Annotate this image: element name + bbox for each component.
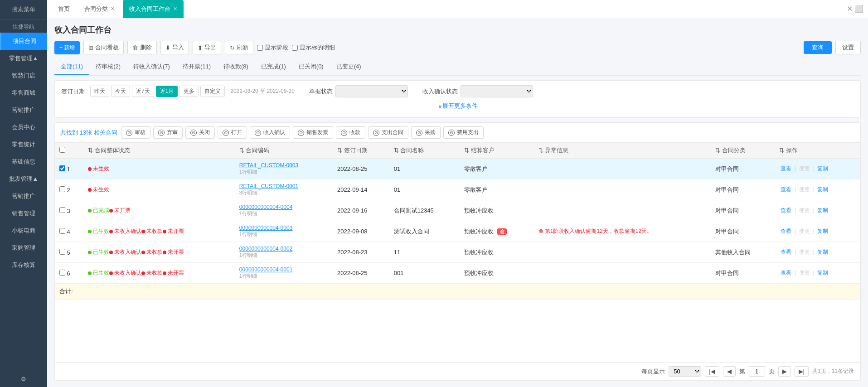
date-btn-近7天[interactable]: 近7天 bbox=[132, 86, 154, 97]
filter-tab-income-confirm[interactable]: 待收入确认(7) bbox=[127, 59, 176, 75]
op-查看[interactable]: 查看 bbox=[779, 249, 793, 255]
income-confirm-select[interactable] bbox=[461, 85, 533, 97]
op-变更[interactable]: 变更 bbox=[798, 165, 811, 172]
expand-filter-button[interactable]: ∨ 展开更多条件 bbox=[61, 99, 854, 113]
op-查看[interactable]: 查看 bbox=[779, 207, 793, 213]
sidebar-item-inventory[interactable]: 库存核算 bbox=[0, 256, 47, 274]
contract-code-link[interactable]: RETAIL_CUSTOM-0001 bbox=[239, 183, 328, 189]
delete-button[interactable]: 🗑 删除 bbox=[127, 41, 157, 54]
filter-tab-receipt[interactable]: 待收款(8) bbox=[217, 59, 255, 75]
table-scroll[interactable]: ⇅ 合同整体状态⇅ 合同编码⇅ 签订日期⇅ 合同名称⇅ 结算客户⇅ 异常信息⇅ … bbox=[55, 143, 860, 362]
tab-contract-type[interactable]: 合同分类✕ bbox=[78, 0, 121, 18]
refresh-button[interactable]: ↻ 刷新 bbox=[225, 41, 253, 54]
filter-tab-all[interactable]: 全部(11) bbox=[54, 59, 89, 75]
date-btn-更多[interactable]: 更多 bbox=[179, 86, 199, 97]
date-btn-近1月[interactable]: 近1月 bbox=[156, 86, 178, 97]
filter-tab-closed[interactable]: 已关闭(0) bbox=[292, 59, 330, 75]
sidebar-item-wholesale[interactable]: 批发管理▲ bbox=[0, 170, 47, 188]
action-采购[interactable]: ⊙采购 bbox=[411, 126, 441, 139]
last-page-button[interactable]: ▶| bbox=[795, 366, 809, 377]
import-button[interactable]: ⬇ 导入 bbox=[160, 41, 189, 54]
op-复制[interactable]: 复制 bbox=[816, 228, 829, 234]
contract-code-link[interactable]: 0000000000004-0002 bbox=[239, 246, 328, 252]
first-page-button[interactable]: |◀ bbox=[705, 366, 719, 377]
op-查看[interactable]: 查看 bbox=[779, 228, 793, 234]
show-fields-check[interactable]: 显示阶段 bbox=[257, 44, 288, 52]
sidebar-settings[interactable]: ⚙ bbox=[0, 371, 47, 387]
op-变更[interactable]: 变更 bbox=[798, 270, 811, 276]
date-btn-自定义[interactable]: 自定义 bbox=[200, 86, 225, 97]
action-审核[interactable]: ⊙审核 bbox=[121, 126, 150, 139]
action-弃审[interactable]: ⊙弃审 bbox=[153, 126, 183, 139]
row-checkbox[interactable] bbox=[59, 228, 65, 234]
tab-close-icon[interactable]: ✕ bbox=[173, 6, 177, 12]
op-变更[interactable]: 变更 bbox=[798, 186, 811, 193]
window-close-button[interactable]: ✕ ⬜ bbox=[847, 5, 863, 13]
sidebar-item-retail-stat[interactable]: 零售统计 bbox=[0, 136, 47, 153]
action-支出合同[interactable]: ⊙支出合同 bbox=[368, 126, 408, 139]
sidebar-item-sales-mgmt[interactable]: 销售管理 bbox=[0, 205, 47, 222]
page-number-input[interactable] bbox=[749, 366, 765, 377]
op-复制[interactable]: 复制 bbox=[816, 186, 829, 193]
doc-status-select[interactable] bbox=[335, 85, 408, 97]
action-销售发票[interactable]: ⊙销售发票 bbox=[293, 126, 333, 139]
op-复制[interactable]: 复制 bbox=[816, 165, 829, 172]
filter-tab-done[interactable]: 已完成(1) bbox=[255, 59, 292, 75]
prev-page-button[interactable]: ◀ bbox=[723, 366, 736, 377]
sidebar-item-marketing[interactable]: 营销推广 bbox=[0, 102, 47, 119]
contract-code-link[interactable]: RETAIL_CUSTOM-0003 bbox=[239, 162, 328, 169]
sidebar-item-retail-mall[interactable]: 零售商城 bbox=[0, 84, 47, 102]
sidebar-item-purchase[interactable]: 采购管理 bbox=[0, 239, 47, 256]
op-复制[interactable]: 复制 bbox=[816, 270, 829, 276]
action-收入确认[interactable]: ⊙收入确认 bbox=[250, 126, 290, 139]
tab-close-icon[interactable]: ✕ bbox=[111, 6, 115, 12]
page-size-select[interactable]: 50 100 bbox=[669, 366, 701, 377]
export-button[interactable]: ⬆ 导出 bbox=[193, 41, 221, 54]
sidebar-item-base-info[interactable]: 基础信息 bbox=[0, 153, 47, 170]
tab-home[interactable]: 首页 bbox=[52, 0, 76, 18]
tab-label: 收入合同工作台 bbox=[129, 5, 170, 13]
op-复制[interactable]: 复制 bbox=[816, 207, 829, 213]
op-变更[interactable]: 变更 bbox=[798, 228, 811, 234]
row-checkbox[interactable] bbox=[59, 165, 65, 171]
set-button[interactable]: 设置 bbox=[835, 41, 861, 54]
sidebar-item-smart-store[interactable]: 智慧门店 bbox=[0, 67, 47, 84]
contract-code-link[interactable]: 0000000000004-0003 bbox=[239, 225, 328, 231]
row-checkbox[interactable] bbox=[59, 270, 65, 276]
select-all-checkbox[interactable] bbox=[59, 147, 65, 153]
query-button[interactable]: 查询 bbox=[804, 41, 832, 54]
tab-income-workbench[interactable]: 收入合同工作台✕ bbox=[123, 0, 184, 18]
action-关闭[interactable]: ⊙关闭 bbox=[185, 126, 215, 139]
date-btn-昨天[interactable]: 昨天 bbox=[90, 86, 109, 97]
op-查看[interactable]: 查看 bbox=[779, 270, 793, 276]
sidebar-item-retail-mgmt[interactable]: 零售管理▲ bbox=[0, 50, 47, 67]
row-checkbox[interactable] bbox=[59, 207, 65, 213]
next-page-button[interactable]: ▶ bbox=[778, 366, 791, 377]
delete-icon: 🗑 bbox=[132, 44, 138, 51]
sidebar-item-member[interactable]: 会员中心 bbox=[0, 119, 47, 136]
sidebar-item-project[interactable]: 项目合同 bbox=[0, 33, 47, 50]
sidebar-item-xiao-ecom[interactable]: 小畅电商 bbox=[0, 222, 47, 239]
show-detail-check[interactable]: 显示标的明细 bbox=[292, 44, 335, 52]
action-收款[interactable]: ⊙收款 bbox=[336, 126, 365, 139]
action-打开[interactable]: ⊙打开 bbox=[218, 126, 247, 139]
row-checkbox[interactable] bbox=[59, 186, 65, 192]
row-checkbox[interactable] bbox=[59, 249, 65, 255]
contract-code-link[interactable]: 0000000000004-0004 bbox=[239, 204, 328, 210]
op-复制[interactable]: 复制 bbox=[816, 249, 829, 255]
sidebar-item-marketing2[interactable]: 营销推广 bbox=[0, 188, 47, 205]
filter-tab-pending[interactable]: 待审核(2) bbox=[89, 59, 127, 75]
date-btn-今天[interactable]: 今天 bbox=[111, 86, 130, 97]
action-费用支出[interactable]: ⊙费用支出 bbox=[443, 126, 484, 139]
filter-tab-invoice[interactable]: 待开票(11) bbox=[176, 59, 217, 75]
op-查看[interactable]: 查看 bbox=[779, 186, 793, 193]
view-button[interactable]: ⊞ 合同看板 bbox=[83, 41, 124, 54]
op-变更[interactable]: 变更 bbox=[798, 207, 811, 213]
sidebar-search[interactable]: 搜索菜单 bbox=[0, 0, 47, 19]
sidebar-item-label: 营销推广 bbox=[12, 106, 35, 113]
contract-code-link[interactable]: 0000000000004-0001 bbox=[239, 266, 328, 273]
op-查看[interactable]: 查看 bbox=[779, 165, 793, 172]
add-button[interactable]: + 新增 bbox=[54, 41, 80, 54]
filter-tab-changed[interactable]: 已变更(4) bbox=[330, 59, 368, 75]
op-变更[interactable]: 变更 bbox=[798, 249, 811, 255]
